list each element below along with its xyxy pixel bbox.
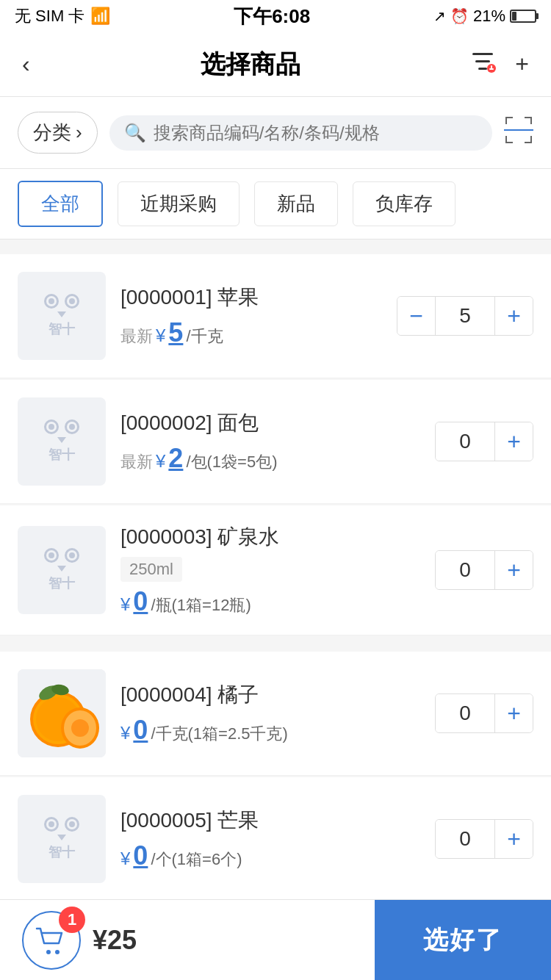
product-name: [0000004] 橘子 (120, 681, 420, 709)
category-chevron-icon: › (76, 121, 82, 144)
product-placeholder-image: 智十 (32, 287, 91, 345)
svg-rect-14 (504, 129, 533, 131)
price-label: 最新 (120, 451, 153, 473)
svg-rect-1 (475, 60, 490, 62)
location-icon: ↗ (433, 7, 446, 25)
product-price: ¥ 0 /瓶(1箱=12瓶) (120, 586, 420, 617)
increase-button[interactable]: + (494, 297, 533, 335)
product-thumbnail: 智十 (18, 795, 106, 883)
wifi-icon: 📶 (90, 7, 110, 26)
cart-area: 1 ¥25 (0, 911, 375, 970)
product-thumbnail (18, 669, 106, 757)
cart-button[interactable]: 1 (22, 911, 81, 970)
product-thumbnail: 智十 (18, 272, 106, 360)
scan-button[interactable] (504, 115, 533, 151)
svg-point-25 (55, 950, 60, 954)
quantity-input[interactable] (436, 297, 494, 335)
product-info: [0000002] 面包 最新 ¥ 2 /包(1袋=5包) (120, 409, 420, 474)
price-currency: ¥ (120, 723, 130, 743)
quantity-control: + (435, 422, 533, 461)
svg-rect-7 (505, 117, 507, 124)
decrease-button[interactable]: − (397, 297, 436, 335)
price-currency: ¥ (120, 594, 130, 615)
quantity-input[interactable] (436, 551, 494, 589)
product-placeholder-image: 智十 (32, 412, 91, 471)
quantity-control: − + (397, 296, 533, 336)
product-name: [0000002] 面包 (120, 409, 420, 437)
status-carrier: 无 SIM 卡 📶 (15, 5, 110, 27)
product-name: [0000005] 芒果 (120, 807, 420, 835)
price-currency: ¥ (156, 451, 165, 472)
search-box: 🔍 (109, 115, 492, 151)
svg-rect-9 (530, 117, 532, 124)
svg-point-24 (46, 950, 51, 954)
product-price: 最新 ¥ 5 /千克 (120, 317, 382, 348)
quantity-control: + (435, 693, 533, 733)
bottom-bar: 1 ¥25 选好了 (0, 899, 551, 980)
confirm-button[interactable]: 选好了 (375, 900, 551, 981)
product-spec: 250ml (120, 557, 182, 582)
product-list: 智十 [0000001] 苹果 最新 ¥ 5 /千克 − + (0, 254, 551, 980)
quantity-control: + (435, 550, 533, 590)
list-item: 智十 [0000005] 芒果 ¥ 0 /个(1箱=6个) + (0, 777, 551, 901)
tab-negative[interactable]: 负库存 (353, 181, 455, 226)
increase-button[interactable]: + (494, 551, 533, 589)
orange-image (18, 669, 106, 757)
add-button[interactable]: + (515, 51, 529, 78)
svg-rect-5 (489, 68, 494, 70)
category-label: 分类 (33, 120, 71, 145)
back-button[interactable]: ‹ (22, 51, 30, 78)
increase-button[interactable]: + (494, 820, 533, 858)
section-divider (0, 637, 551, 652)
price-currency: ¥ (156, 325, 165, 346)
product-info: [0000001] 苹果 最新 ¥ 5 /千克 (120, 284, 382, 348)
quantity-input[interactable] (436, 820, 494, 858)
product-name: [0000001] 苹果 (120, 284, 382, 311)
cart-total: ¥25 (93, 925, 137, 956)
list-item: 智十 [0000003] 矿泉水 250ml ¥ 0 /瓶(1箱=12瓶) + (0, 505, 551, 635)
alarm-icon: ⏰ (450, 7, 469, 25)
tab-all[interactable]: 全部 (18, 181, 103, 227)
increase-button[interactable]: + (494, 694, 533, 732)
price-unit: /千克 (186, 325, 223, 347)
filter-search-bar: 分类 › 🔍 (0, 97, 551, 169)
product-info: [0000005] 芒果 ¥ 0 /个(1箱=6个) (120, 807, 420, 871)
price-unit: /瓶(1箱=12瓶) (151, 594, 251, 616)
tab-recent[interactable]: 近期采购 (118, 181, 240, 226)
category-button[interactable]: 分类 › (18, 112, 98, 154)
quantity-input[interactable] (436, 694, 494, 732)
product-placeholder-image: 智十 (32, 541, 91, 599)
battery-icon (510, 10, 536, 23)
product-price: 最新 ¥ 2 /包(1袋=5包) (120, 443, 420, 474)
battery-percent: 21% (473, 7, 505, 26)
product-info: [0000004] 橘子 ¥ 0 /千克(1箱=2.5千克) (120, 681, 420, 746)
price-unit: /包(1袋=5包) (186, 451, 277, 473)
product-price: ¥ 0 /个(1箱=6个) (120, 840, 420, 871)
price-value: 5 (168, 317, 183, 348)
nav-bar: ‹ 选择商品 + (0, 32, 551, 97)
price-value: 0 (133, 586, 148, 617)
svg-rect-2 (478, 68, 487, 70)
price-currency: ¥ (120, 849, 130, 869)
tab-new[interactable]: 新品 (254, 181, 338, 226)
quantity-input[interactable] (436, 422, 494, 461)
nav-actions: + (471, 50, 529, 79)
svg-rect-13 (530, 136, 532, 143)
cart-badge: 1 (59, 907, 85, 933)
filter-button[interactable] (471, 50, 497, 79)
product-placeholder-image: 智十 (32, 810, 91, 868)
status-indicators: ↗ ⏰ 21% (433, 7, 536, 26)
search-icon: 🔍 (124, 123, 146, 143)
status-bar: 无 SIM 卡 📶 下午6:08 ↗ ⏰ 21% (0, 0, 551, 32)
increase-button[interactable]: + (494, 422, 533, 461)
price-value: 0 (133, 840, 148, 871)
quantity-control: + (435, 819, 533, 859)
search-input[interactable] (154, 123, 478, 143)
price-unit: /千克(1箱=2.5千克) (151, 723, 287, 745)
product-name: [0000003] 矿泉水 (120, 523, 420, 551)
carrier-text: 无 SIM 卡 (15, 5, 84, 27)
list-item: 智十 [0000001] 苹果 最新 ¥ 5 /千克 − + (0, 254, 551, 378)
product-price: ¥ 0 /千克(1箱=2.5千克) (120, 715, 420, 746)
price-value: 0 (133, 715, 148, 746)
page-title: 选择商品 (201, 48, 300, 82)
